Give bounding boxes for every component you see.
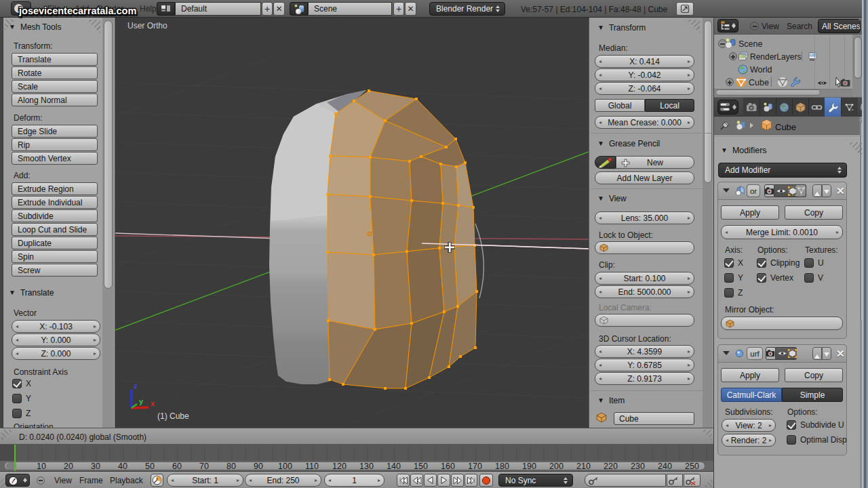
svg-text:z: z: [134, 382, 138, 390]
svg-text:x: x: [151, 399, 155, 407]
svg-text:y: y: [139, 397, 144, 405]
